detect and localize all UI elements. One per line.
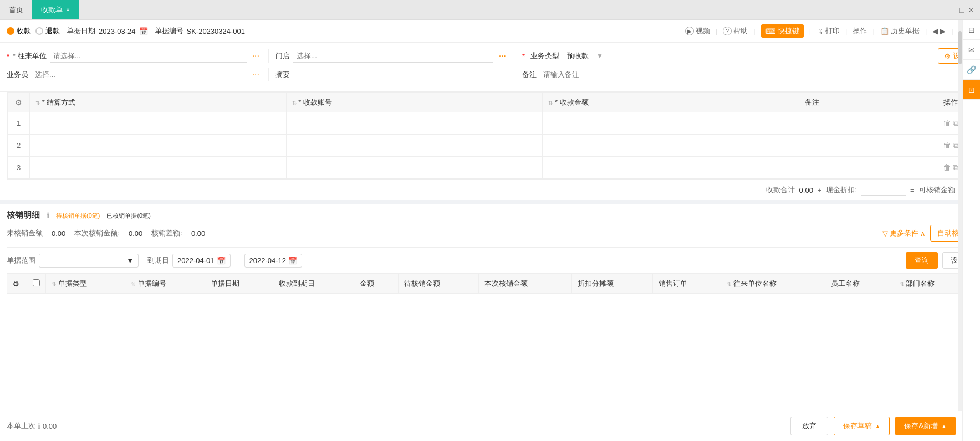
table-row: 1 🗑 ⧉: [8, 112, 973, 135]
shortcut-btn[interactable]: ⌨ 快捷键: [761, 24, 804, 38]
range-select[interactable]: ▼: [39, 254, 139, 268]
partner-more-btn[interactable]: ···: [250, 51, 262, 61]
row2-amount[interactable]: [543, 135, 799, 157]
query-btn-label: 查询: [915, 256, 929, 264]
col-doc-num-header: ⇅ 单据编号: [125, 274, 205, 294]
biz-type-value: 预收款: [563, 51, 593, 61]
right-attachment-icon[interactable]: 🔗: [963, 60, 981, 80]
tab-home[interactable]: 首页: [0, 0, 32, 19]
data-table-gear-icon[interactable]: ⚙: [13, 280, 19, 288]
right-expand-icon[interactable]: ⊡: [963, 80, 981, 100]
maximize-icon[interactable]: □: [959, 6, 964, 14]
done-tab[interactable]: 已核销单据(0笔): [106, 211, 150, 220]
row2-remark[interactable]: [799, 135, 928, 157]
more-conditions-btn[interactable]: ▽ 更多条件 ∧: [882, 228, 926, 238]
staff-input[interactable]: [32, 68, 247, 81]
save-new-btn[interactable]: 保存&新增 ▲: [895, 417, 956, 435]
row1-copy-icon[interactable]: ⧉: [953, 119, 958, 128]
doc-date-label: 单据日期: [211, 279, 239, 288]
help-btn[interactable]: ? 帮助: [723, 26, 748, 36]
history-icon: 📋: [880, 27, 889, 35]
row2-account[interactable]: [286, 135, 543, 157]
row2-delete-icon[interactable]: 🗑: [943, 141, 951, 150]
save-draft-btn[interactable]: 保存草稿 ▲: [834, 417, 890, 435]
video-btn[interactable]: ▶ 视频: [685, 26, 710, 36]
summary-input[interactable]: [293, 68, 508, 81]
tab-home-label: 首页: [9, 5, 23, 15]
row2-settle[interactable]: [30, 135, 287, 157]
date-range-separator: —: [234, 257, 241, 265]
filter-row: 单据范围 ▼ 到期日 2022-04-01 📅 — 2022-04-12 📅: [7, 247, 973, 274]
remark-label: 备注: [522, 70, 537, 80]
row3-amount[interactable]: [543, 157, 799, 179]
store-more-btn[interactable]: ···: [497, 51, 508, 61]
row3-delete-icon[interactable]: 🗑: [943, 163, 951, 172]
row3-settle[interactable]: [30, 157, 287, 179]
date-to-field[interactable]: 2022-04-12 📅: [244, 254, 303, 268]
abandon-btn[interactable]: 放弃: [790, 417, 828, 435]
scrollbar[interactable]: [958, 20, 962, 441]
due-date-label: 收款到期日: [279, 279, 315, 288]
nav-next[interactable]: ▶: [940, 27, 946, 35]
staff-label: 业务员: [7, 70, 28, 80]
sort-icon3: ⇅: [548, 100, 553, 106]
staff-more-btn[interactable]: ···: [250, 70, 262, 80]
tab-close-icon[interactable]: ×: [66, 6, 70, 14]
help-icon: ?: [723, 27, 732, 35]
sales-order-label: 销售订单: [659, 279, 687, 288]
row3-account[interactable]: [286, 157, 543, 179]
date-from-field[interactable]: 2022-04-01 📅: [172, 254, 231, 268]
calendar-icon[interactable]: 📅: [139, 27, 148, 35]
radio-receipt[interactable]: 收款: [7, 26, 31, 36]
pending-tab[interactable]: 待核销单据(0笔): [56, 211, 100, 220]
tab-receipt[interactable]: 收款单 ×: [32, 0, 79, 19]
row3-copy-icon[interactable]: ⧉: [953, 163, 958, 172]
table-row: 3 🗑 ⧉: [8, 157, 973, 179]
verify-stats: 未核销金额 0.00 本次核销金额: 0.00 核销差额: 0.00 ▽ 更多条…: [7, 225, 973, 242]
right-email-icon[interactable]: ✉: [963, 40, 981, 60]
minimize-icon[interactable]: —: [947, 6, 955, 14]
row1-delete-icon[interactable]: 🗑: [943, 119, 951, 128]
num-value: SK-20230324-001: [187, 27, 246, 35]
this-order-label: 本单上次: [7, 421, 35, 431]
row1-settle[interactable]: [30, 112, 287, 135]
partner-required: *: [7, 52, 9, 60]
due-label: 到期日: [147, 255, 169, 265]
table-gear-icon[interactable]: ⚙: [15, 98, 22, 107]
table-row: 2 🗑 ⧉: [8, 135, 973, 157]
row1-amount[interactable]: [543, 112, 799, 135]
select-all-checkbox[interactable]: [33, 279, 40, 286]
store-field: 门店 ···: [275, 49, 508, 63]
row1-remark[interactable]: [799, 112, 928, 135]
action-header-label: 操作: [943, 98, 958, 106]
unverified-value: 0.00: [52, 229, 65, 238]
history-btn[interactable]: 📋 历史单据: [880, 26, 920, 36]
discount-input[interactable]: [861, 184, 906, 196]
row3-remark[interactable]: [799, 157, 928, 179]
biz-type-dropdown[interactable]: ▼: [596, 52, 603, 60]
this-order-value: 0.00: [43, 422, 57, 430]
nav-prev[interactable]: ◀: [932, 27, 938, 35]
close-window-icon[interactable]: ×: [969, 6, 973, 14]
remark-input[interactable]: [540, 68, 799, 81]
col-remark-header: 备注: [799, 93, 928, 112]
col-staff-header: 员工名称: [825, 274, 894, 294]
col-sales-order-header: 销售订单: [652, 274, 721, 294]
right-table-icon[interactable]: ⊟: [963, 20, 981, 40]
query-btn[interactable]: 查询: [906, 252, 938, 269]
row2-copy-icon[interactable]: ⧉: [953, 141, 958, 150]
this-order-icon[interactable]: ℹ: [38, 422, 40, 430]
more-conditions-label: 更多条件: [890, 228, 918, 238]
verify-section: 核销明细 ℹ 待核销单据(0笔) 已核销单据(0笔) 未核销金额 0.00 本次…: [0, 200, 980, 294]
radio-refund-circle: [35, 27, 43, 35]
print-btn[interactable]: 🖨 打印: [816, 26, 840, 36]
verify-info-icon[interactable]: ℹ: [47, 211, 49, 220]
operate-btn[interactable]: 操作: [853, 26, 867, 36]
unverified-label: 未核销金额: [7, 228, 43, 238]
range-label: 单据范围: [7, 255, 35, 265]
row1-account[interactable]: [286, 112, 543, 135]
radio-refund[interactable]: 退款: [35, 26, 60, 36]
summary-label: 摘要: [275, 70, 290, 80]
partner-input[interactable]: [50, 49, 247, 63]
store-input[interactable]: [293, 49, 493, 63]
